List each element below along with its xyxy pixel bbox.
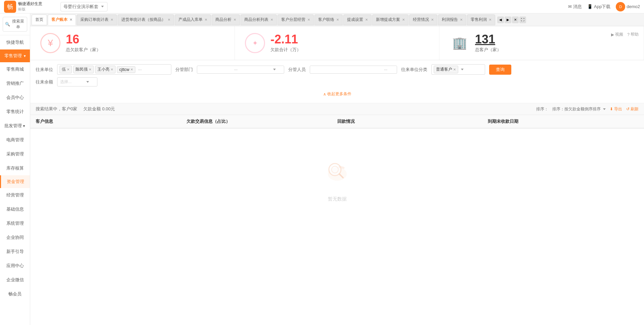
empty-state: 暂无数据 <box>30 129 644 229</box>
sidebar-item-basic-info[interactable]: 基础信息 <box>0 202 30 216</box>
sidebar-item-inventory[interactable]: 库存核算 <box>0 161 30 175</box>
tab-close-icon[interactable]: ✕ <box>168 18 170 22</box>
search-icon: 🔍 <box>5 22 10 27</box>
sidebar-item-wholesale[interactable]: 批发管理 ▼ <box>0 119 30 133</box>
tab-fullscreen-button[interactable]: ⛶ <box>519 16 526 23</box>
tab-customer-contact[interactable]: 客户联络 ✕ <box>314 14 343 25</box>
tab-next-button[interactable]: ▶ <box>505 16 511 23</box>
top-bar-right: ✉ 消息 📱 App下载 D demo2 <box>568 2 640 11</box>
sidebar-item-operations[interactable]: 经营管理 <box>0 188 30 202</box>
stat-number-total: 131 <box>475 33 501 45</box>
tab-close-icon[interactable]: ✕ <box>365 18 368 22</box>
sidebar-item-system[interactable]: 系统管理 <box>0 216 30 230</box>
unit-tag-wu-close[interactable]: ✕ <box>67 68 70 71</box>
video-help-button[interactable]: ▶ 视频 <box>611 32 623 37</box>
tab-close-icon[interactable]: ✕ <box>307 18 310 22</box>
tab-customer-ledger[interactable]: 客户账本 ✕ <box>48 14 76 25</box>
balance-filter-select[interactable]: 选择... <box>57 77 97 86</box>
tab-close-icon[interactable]: ✕ <box>460 18 463 22</box>
sidebar-item-marketing[interactable]: 营销推广 <box>0 76 30 91</box>
filter-bar: 往来单位 伍 ✕ 陈民强 ✕ 王小亮 <box>30 60 644 103</box>
balance-filter-label: 往来余额 <box>36 79 53 85</box>
tab-close-icon[interactable]: ✕ <box>431 18 434 22</box>
tab-close-icon[interactable]: ✕ <box>489 18 491 22</box>
avatar: D <box>616 2 625 11</box>
sidebar-item-ecommerce[interactable]: 电商管理 <box>0 133 30 147</box>
person-filter-select[interactable]: ··· <box>310 66 397 74</box>
unit-tag-wang-close[interactable]: ✕ <box>111 68 113 71</box>
unit-tag-chen-close[interactable]: ✕ <box>89 68 91 71</box>
dept-filter-select[interactable]: ··· <box>197 66 284 74</box>
tab-close-icon[interactable]: ✕ <box>70 18 72 22</box>
tab-home[interactable]: 首页 <box>32 14 47 25</box>
unit-more-button[interactable]: ··· <box>137 67 143 72</box>
col-header-debt: 欠款交易信息（占比） <box>186 118 337 124</box>
export-button[interactable]: ⬇ 导出 <box>610 106 622 112</box>
dept-filter-label: 分管部门 <box>175 67 193 73</box>
tab-label: 新增提成方案 <box>376 17 400 23</box>
sidebar-item-member-center[interactable]: 会员中心 <box>0 91 30 105</box>
dept-more-btn[interactable]: ··· <box>233 67 239 72</box>
app-download-button[interactable]: 📱 App下载 <box>587 4 610 10</box>
stat-label-customers: 总欠款客户（家） <box>66 47 101 53</box>
table-header: 客户信息 欠款交易信息（占比） 回款情况 到期未收款日期 <box>30 115 644 129</box>
sidebar-item-wechat[interactable]: 企业微信 <box>0 273 30 287</box>
person-more-btn[interactable]: ··· <box>383 67 389 72</box>
tab-customer-tier[interactable]: 客户分层经营 ✕ <box>277 14 314 25</box>
sidebar-item-enterprise[interactable]: 企业协同 <box>0 230 30 245</box>
refresh-icon: ↺ <box>626 107 630 111</box>
unit-tag-wang: 王小亮 ✕ <box>95 66 116 73</box>
filter-row-1: 往来单位 伍 ✕ 陈民强 ✕ 王小亮 <box>36 64 639 75</box>
tab-purchase-stats-product[interactable]: 进货单统计表（按商品） ✕ <box>118 14 174 25</box>
tab-product-analysis-list[interactable]: 商品分析列表 ✕ <box>241 14 277 25</box>
sidebar-item-member[interactable]: 畅会员 <box>0 287 30 301</box>
tab-new-commission[interactable]: 新增提成方案 ✕ <box>372 14 409 25</box>
tab-nav-arrows: ◀ ▶ ✕ ⛶ <box>497 16 526 23</box>
unit-tag-cjttcw-close[interactable]: ✕ <box>130 68 133 71</box>
sort-chevron-icon <box>603 108 606 110</box>
system-selector[interactable]: 母婴行业演示帐套 <box>60 2 108 11</box>
sort-value[interactable]: 排序：按欠款金额倒序排序 <box>552 106 606 112</box>
sidebar-item-retail-mall[interactable]: 零售商城 <box>0 62 30 76</box>
sidebar-item-retail-stats[interactable]: 零售统计 <box>0 105 30 119</box>
tab-label: 客户账本 <box>51 17 68 23</box>
tab-product-inbound[interactable]: 产成品入库单 ✕ <box>175 14 211 25</box>
help-button[interactable]: ? 帮助 <box>627 32 639 37</box>
user-menu[interactable]: D demo2 <box>616 2 640 11</box>
main-layout: 🔍 搜索菜单 快捷导航 零售管理 ▼ 零售商城 营销推广 会员中心 零售统计 <box>0 13 644 325</box>
stats-bar: ¥ 16 总欠款客户（家） ✦ -2.11 欠款合计（万） <box>30 26 644 60</box>
refresh-button[interactable]: ↺ 刷新 <box>626 106 639 112</box>
tab-close-icon[interactable]: ✕ <box>233 18 236 22</box>
sidebar-item-purchase[interactable]: 采购管理 <box>0 147 30 161</box>
result-info: 搜索结果中，客户0家 欠款金额 0.00元 <box>36 106 115 112</box>
query-button[interactable]: 查询 <box>489 65 511 75</box>
sidebar-item-retail-mgmt[interactable]: 零售管理 ▼ <box>0 49 30 62</box>
category-filter-area[interactable]: 普通客户 ✕ <box>431 64 485 75</box>
tab-product-analysis[interactable]: 商品分析 ✕ <box>212 14 240 25</box>
tab-retail-profit[interactable]: 零售利润 ✕ <box>467 14 495 25</box>
tab-commission-settings[interactable]: 提成设置 ✕ <box>343 14 372 25</box>
tab-purchase-order-stats[interactable]: 采购订单统计表 ✕ <box>77 14 117 25</box>
tab-close-icon[interactable]: ✕ <box>270 18 273 22</box>
tab-more-button[interactable]: ✕ <box>512 16 519 23</box>
sidebar-item-guide[interactable]: 新手引导 <box>0 245 30 259</box>
sidebar-item-finance[interactable]: 资金管理 <box>0 175 30 188</box>
message-button[interactable]: ✉ 消息 <box>568 4 582 10</box>
sidebar-item-app-center[interactable]: 应用中心 <box>0 259 30 273</box>
tab-close-icon[interactable]: ✕ <box>205 18 207 22</box>
tab-close-icon[interactable]: ✕ <box>111 18 113 22</box>
stat-number-amount: -2.11 <box>270 33 301 45</box>
col-header-customer: 客户信息 <box>36 118 186 124</box>
tab-close-icon[interactable]: ✕ <box>336 18 339 22</box>
collapse-button[interactable]: ∧ 收起更多条件 <box>323 91 351 97</box>
category-tag-close[interactable]: ✕ <box>453 68 456 71</box>
search-menu-button[interactable]: 🔍 搜索菜单 <box>3 17 27 32</box>
sidebar-item-quick-nav[interactable]: 快捷导航 <box>0 35 30 49</box>
tab-prev-button[interactable]: ◀ <box>497 16 504 23</box>
tab-operations[interactable]: 经营情况 ✕ <box>409 14 437 25</box>
tab-profit-report[interactable]: 利润报告 ✕ <box>438 14 466 25</box>
col-header-due-date: 到期未收款日期 <box>488 118 639 124</box>
unit-filter-area[interactable]: 伍 ✕ 陈民强 ✕ 王小亮 ✕ <box>57 64 171 75</box>
tab-close-icon[interactable]: ✕ <box>402 18 405 22</box>
sidebar-search-area: 🔍 搜索菜单 <box>0 13 30 35</box>
